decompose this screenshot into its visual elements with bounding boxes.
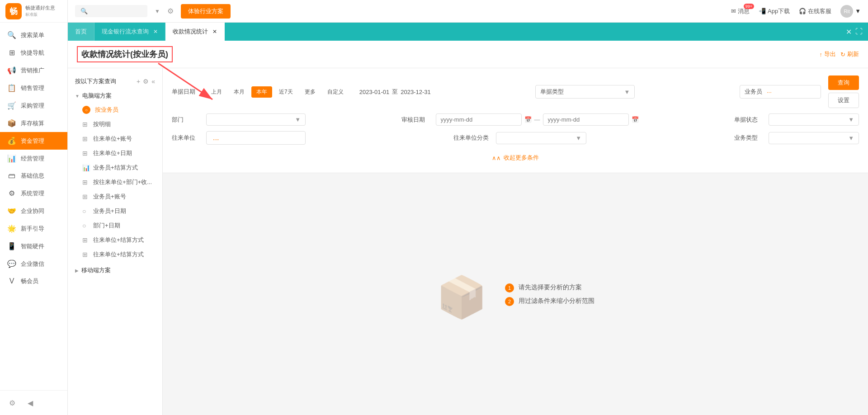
refresh-label: 刷新	[847, 50, 859, 58]
enterprise-icon: 🤝	[7, 207, 16, 215]
scheme-item-client-settle2[interactable]: ⊞ 往来单位+结算方式	[68, 247, 162, 262]
app-download-btn[interactable]: 📲 App下载	[759, 7, 790, 15]
sidebar-item-inventory[interactable]: 📦 库存核算	[0, 114, 67, 132]
date-tab-last-month[interactable]: 上月	[206, 86, 227, 98]
wechat-icon: 💬	[7, 259, 16, 268]
sidebar-item-quicknav[interactable]: ⊞ 快捷导航	[0, 44, 67, 61]
tab-bank[interactable]: 现金银行流水查询 ✕	[94, 23, 165, 41]
marketing-icon: 📢	[7, 66, 16, 75]
scheme-item-dept-date[interactable]: ○ 部门+日期	[68, 218, 162, 233]
empty-steps: 1 请先选择要分析的方案 2 用过滤条件来缩小分析范围	[505, 283, 594, 311]
topbar-chevron-icon: ▼	[155, 8, 160, 14]
tabs-close-all-icon[interactable]: ✕	[846, 28, 852, 36]
review-date-from[interactable]	[436, 113, 522, 126]
topbar-search-icon: 🔍	[80, 8, 88, 14]
salesman-more-icon[interactable]: ···	[767, 89, 772, 95]
review-date-to[interactable]	[543, 113, 629, 126]
scheme-add-btn[interactable]: +	[137, 78, 140, 85]
doc-status-select[interactable]: ▼	[769, 113, 859, 126]
scheme-item-client-acct-label: 往来单位+账号	[93, 135, 132, 143]
date-tab-7days[interactable]: 近7天	[274, 86, 298, 98]
tabs-expand-icon[interactable]: ⛶	[855, 28, 863, 36]
scheme-collapse-btn[interactable]: «	[151, 78, 155, 85]
sidebar-item-hardware[interactable]: 📱 智能硬件	[0, 237, 67, 255]
set-btn[interactable]: 设置	[828, 93, 859, 108]
refresh-btn[interactable]: ↻ 刷新	[840, 50, 859, 58]
client-select[interactable]: ...	[206, 131, 306, 145]
biz-type-select[interactable]: ▼	[769, 132, 859, 144]
dept-chevron: ▼	[295, 116, 301, 123]
mobile-arrow-icon: ▶	[75, 268, 79, 273]
sidebar-label-guide: 新手引导	[21, 225, 44, 233]
scheme-item-salesman-date-label: 业务员+日期	[93, 207, 126, 215]
scheme-panel: 按以下方案查询 + ⚙ « ▼ 电脑端方案 ○ 按业务员	[68, 68, 163, 415]
empty-state: 📦 1 请先选择要分析的方案 2 用过滤条件来缩小分析范围	[436, 274, 594, 321]
scheme-item-client-account[interactable]: ⊞ 往来单位+账号	[68, 132, 162, 146]
app-icon: 📲	[759, 8, 766, 14]
trial-btn[interactable]: 体验行业方案	[181, 4, 231, 19]
date-tab-this-month[interactable]: 本月	[229, 86, 250, 98]
tab-home[interactable]: 首页	[68, 23, 94, 41]
mobile-scheme-title[interactable]: ▶ 移动端方案	[68, 264, 162, 277]
sidebar: 畅 畅捷通好生意 标准版 🔍 搜索菜单 ⊞ 快捷导航 📢 营销推广 📋 销售管理…	[0, 0, 68, 415]
date-label: 单据日期	[172, 88, 199, 96]
scheme-item-client-settle1[interactable]: ⊞ 往来单位+结算方式	[68, 233, 162, 247]
search-icon: 🔍	[7, 31, 16, 39]
sidebar-item-operation[interactable]: 📊 经营管理	[0, 150, 67, 167]
capital-icon: 💰	[7, 137, 16, 145]
sidebar-item-marketing[interactable]: 📢 营销推广	[0, 61, 67, 79]
scheme-item-salesman-settle[interactable]: 📊 业务员+结算方式	[68, 160, 162, 175]
date-tab-custom[interactable]: 自定义	[322, 86, 349, 98]
scheme-item-salesman-date[interactable]: ○ 业务员+日期	[68, 204, 162, 218]
sidebar-item-system[interactable]: ⚙ 系统管理	[0, 184, 67, 202]
result-area: 📦 1 请先选择要分析的方案 2 用过滤条件来缩小分析范围	[163, 173, 868, 415]
sidebar-item-sales[interactable]: 📋 销售管理	[0, 79, 67, 97]
scheme-item-by-detail[interactable]: ⊞ 按明细	[68, 117, 162, 132]
scheme-item-salesman-account[interactable]: ⊞ 业务员+账号	[68, 189, 162, 204]
refresh-icon: ↻	[840, 51, 845, 58]
calendar-from-icon[interactable]: 📅	[524, 116, 532, 123]
calendar-to-icon[interactable]: 📅	[632, 116, 639, 123]
date-tab-more[interactable]: 更多	[300, 86, 321, 98]
sidebar-item-basic[interactable]: 🗃 基础信息	[0, 167, 67, 184]
messages-btn[interactable]: ✉ 消息 99+	[731, 7, 750, 15]
tab-bank-label: 现金银行流水查询	[102, 28, 149, 36]
scheme-item-salesman-label: 按业务员	[95, 106, 118, 114]
logo-badge: 标准版	[25, 12, 55, 18]
tab-receipts[interactable]: 收款情况统计 ✕	[165, 23, 225, 41]
sidebar-settings-btn[interactable]: ⚙	[5, 396, 19, 410]
sidebar-menu: 🔍 搜索菜单 ⊞ 快捷导航 📢 营销推广 📋 销售管理 🛒 采购管理 📦 库存核…	[0, 23, 67, 390]
scheme-item-client-dept[interactable]: ⊞ 按往来单位+部门+收...	[68, 175, 162, 189]
topbar-search[interactable]: 🔍	[75, 5, 147, 17]
client-more-btn[interactable]: ...	[213, 134, 219, 142]
topbar-gear-icon[interactable]: ⚙	[167, 7, 174, 15]
online-service-btn[interactable]: 🎧 在线客服	[799, 7, 831, 15]
collapse-more-btn[interactable]: ∧∧ 收起更多条件	[488, 150, 542, 165]
scheme-item-by-salesman[interactable]: ○ 按业务员	[68, 103, 162, 117]
sidebar-item-search[interactable]: 🔍 搜索菜单	[0, 26, 67, 44]
desktop-scheme-label: 电脑端方案	[82, 92, 112, 100]
client-category-select[interactable]: ▼	[496, 132, 586, 144]
salesman-select[interactable]: 业务员 ···	[740, 85, 821, 99]
sidebar-item-capital[interactable]: 💰 资金管理	[0, 132, 67, 150]
query-btn[interactable]: 查询	[828, 75, 859, 90]
sidebar-collapse-btn[interactable]: ◀	[24, 396, 37, 410]
doc-type-select[interactable]: 单据类型 ▼	[535, 85, 635, 99]
scheme-item-client-date[interactable]: ⊞ 往来单位+日期	[68, 146, 162, 160]
export-btn[interactable]: ↑ 导出	[820, 50, 836, 58]
scheme-settings-btn[interactable]: ⚙	[143, 78, 149, 85]
tab-receipts-close[interactable]: ✕	[212, 28, 217, 35]
sidebar-item-guide[interactable]: 🌟 新手引导	[0, 220, 67, 237]
tab-bank-close[interactable]: ✕	[153, 28, 158, 35]
sidebar-item-wechat[interactable]: 💬 企业微信	[0, 255, 67, 273]
sidebar-item-enterprise[interactable]: 🤝 企业协同	[0, 202, 67, 220]
scheme-item-detail-label: 按明细	[93, 120, 111, 128]
date-tab-this-year[interactable]: 本年	[251, 86, 272, 98]
dept-select[interactable]: ▼	[206, 113, 306, 126]
desktop-scheme-title[interactable]: ▼ 电脑端方案	[68, 89, 162, 103]
sidebar-item-member[interactable]: V 畅会员	[0, 273, 67, 290]
user-menu[interactable]: Rit ▼	[840, 5, 861, 18]
messages-badge: 99+	[744, 4, 754, 9]
page-title: 收款情况统计(按业务员)	[77, 46, 173, 62]
sidebar-item-purchase[interactable]: 🛒 采购管理	[0, 97, 67, 114]
